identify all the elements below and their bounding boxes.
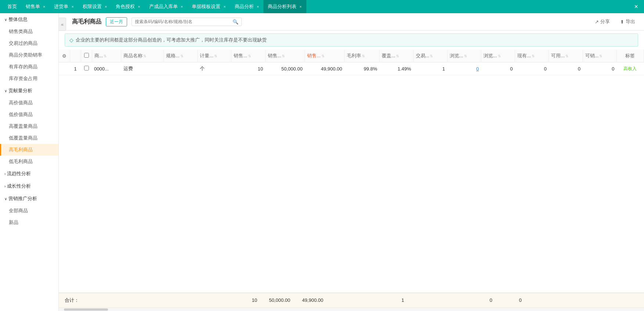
content-header: 高毛利商品 近一月 🔍 ↗ 分享 ⬆ 导出 — [59, 13, 644, 30]
nav-item-production[interactable]: 产成品入库单 × — [145, 0, 187, 13]
cell-browse1[interactable]: 0 — [447, 62, 481, 75]
sidebar-section-marketing[interactable]: ∨ 营销推广分析 — [0, 192, 58, 205]
sort-icon-stock2: ⇅ — [565, 54, 568, 58]
sort-icon-stock3: ⇅ — [599, 54, 602, 58]
cell-check — [81, 62, 92, 75]
nav-item-template[interactable]: 单据模板设置 × — [187, 0, 230, 13]
nav-label-permissions: 权限设置 — [83, 3, 102, 10]
share-button[interactable]: ↗ 分享 — [592, 17, 613, 26]
footer-stock2: 0 — [494, 297, 524, 303]
nav-label-production: 产成品入库单 — [149, 3, 178, 10]
search-box: 🔍 — [132, 18, 242, 26]
content-area: « 高毛利商品 近一月 🔍 ↗ 分享 ⬆ 导出 ◇ 企业的主要的利润都是这部分商… — [59, 13, 644, 311]
sort-icon-cover: ⇅ — [396, 54, 399, 58]
sidebar-item-low-value[interactable]: 低价值商品 — [0, 109, 58, 120]
sidebar-section-overall[interactable]: ∨ 整体信息 — [0, 13, 58, 26]
col-header-gross-rate[interactable]: 毛利率 ⇅ — [344, 50, 379, 62]
chevron-growth: › — [4, 184, 6, 188]
col-header-browse2[interactable]: 浏览... ⇅ — [481, 50, 515, 62]
scroll-thumb[interactable] — [64, 308, 108, 311]
sort-icon-spec: ⇅ — [180, 54, 183, 58]
nav-close-purchase[interactable]: × — [71, 4, 73, 9]
sidebar-item-all-goods[interactable]: 全部商品 — [0, 205, 58, 217]
col-header-sales-amt[interactable]: 销售... ⇅ — [265, 50, 305, 62]
sort-icon-sales-num: ⇅ — [248, 54, 251, 58]
sort-icon-unit: ⇅ — [214, 54, 217, 58]
nav-close-template[interactable]: × — [223, 4, 226, 9]
footer-sales-amt: 50,000.00 — [259, 297, 292, 303]
nav-item-home[interactable]: 首页 — [3, 0, 21, 13]
nav-label-purchase: 进货单 — [54, 3, 68, 10]
cell-stock1: 0 — [515, 62, 549, 75]
sort-icon-stock1: ⇅ — [532, 54, 535, 58]
share-label: 分享 — [600, 18, 610, 25]
sidebar-section-marketing-label: 营销推广分析 — [8, 195, 37, 202]
sidebar-item-sales-goods[interactable]: 销售类商品 — [0, 26, 58, 37]
search-icon[interactable]: 🔍 — [233, 19, 238, 25]
table-row: 1 0000... 运费 个 10 50,000.00 49,900.00 99… — [59, 62, 644, 75]
nav-close-roles[interactable]: × — [138, 4, 140, 9]
date-filter-button[interactable]: 近一月 — [106, 17, 127, 26]
nav-close-all-button[interactable]: × — [631, 3, 641, 11]
cell-unit: 个 — [198, 62, 231, 75]
col-header-unit[interactable]: 计量... ⇅ — [198, 50, 231, 62]
sidebar-item-high-margin[interactable]: 高毛利商品 — [0, 144, 58, 156]
sidebar-collapse-button[interactable]: « — [59, 18, 66, 31]
sidebar-section-trend[interactable]: › 流趋性分析 — [0, 167, 58, 180]
sort-icon-name: ⇅ — [143, 54, 146, 58]
sidebar-item-high-coverage[interactable]: 高覆盖量商品 — [0, 120, 58, 132]
col-header-code[interactable]: 商... ⇅ — [92, 50, 121, 62]
sidebar-section-contribution[interactable]: ∨ 贡献量分析 — [0, 84, 58, 97]
sidebar-item-new-goods[interactable]: 新品 — [0, 217, 58, 228]
data-table-wrapper: ⚙ 商... ⇅ — [59, 50, 644, 293]
nav-item-roles[interactable]: 角色授权 × — [111, 0, 144, 13]
col-header-stock2[interactable]: 可用... ⇅ — [549, 50, 583, 62]
nav-item-analysis-list[interactable]: 商品分析列表 × — [263, 0, 306, 13]
col-header-stock3[interactable]: 可销... ⇅ — [583, 50, 616, 62]
cell-sales-amt: 50,000.00 — [265, 62, 305, 75]
sidebar-item-stock-capital[interactable]: 库存资金占用 — [0, 73, 58, 84]
sort-icon-sales-amt: ⇅ — [282, 54, 285, 58]
col-header-sales-num[interactable]: 销售... ⇅ — [231, 50, 265, 62]
nav-close-permissions[interactable]: × — [105, 4, 107, 9]
cell-stock3: 0 — [583, 62, 616, 75]
search-input[interactable] — [135, 19, 230, 24]
col-header-browse1[interactable]: 浏览... ⇅ — [447, 50, 481, 62]
sidebar-item-stocked-goods[interactable]: 有库存的商品 — [0, 61, 58, 73]
nav-item-permissions[interactable]: 权限设置 × — [78, 0, 111, 13]
sidebar-item-low-coverage[interactable]: 低覆盖量商品 — [0, 132, 58, 144]
col-header-settings[interactable]: ⚙ — [59, 50, 70, 62]
horizontal-scrollbar[interactable] — [59, 307, 644, 311]
col-header-name[interactable]: 商品名称 ⇅ — [121, 50, 164, 62]
export-label: 导出 — [626, 18, 635, 25]
col-header-trade[interactable]: 交易... ⇅ — [413, 50, 447, 62]
sidebar-item-low-margin[interactable]: 低毛利商品 — [0, 156, 58, 167]
export-button[interactable]: ⬆ 导出 — [617, 17, 638, 26]
select-all-checkbox[interactable] — [84, 53, 89, 58]
cell-profit-amt: 49,900.00 — [305, 62, 345, 75]
nav-close-sales[interactable]: × — [43, 4, 45, 9]
nav-item-purchase[interactable]: 进货单 × — [50, 0, 78, 13]
sort-icon-browse1: ⇅ — [464, 54, 467, 58]
col-header-cover[interactable]: 覆盖... ⇅ — [379, 50, 413, 62]
cell-browse2: 0 — [481, 62, 515, 75]
row-checkbox[interactable] — [84, 66, 89, 70]
sidebar-item-traded-goods[interactable]: 交易过的商品 — [0, 37, 58, 49]
sidebar-section-growth[interactable]: › 成长性分析 — [0, 180, 58, 192]
nav-close-analysis[interactable]: × — [257, 4, 259, 9]
nav-item-analysis[interactable]: 商品分析 × — [230, 0, 263, 13]
footer-label: 合计： — [65, 297, 109, 304]
nav-close-analysis-list[interactable]: × — [299, 4, 302, 9]
col-header-spec[interactable]: 规格... ⇅ — [163, 50, 197, 62]
cell-cover: 1.49% — [379, 62, 413, 75]
col-header-profit-amt[interactable]: 销售... ⇅ — [305, 50, 345, 62]
cell-stock2: 0 — [549, 62, 583, 75]
sidebar-section-contribution-label: 贡献量分析 — [8, 87, 32, 94]
nav-close-production[interactable]: × — [181, 4, 183, 9]
footer-bar: 合计： 10 50,000.00 49,900.00 1 0 0 — [59, 293, 644, 307]
nav-item-sales[interactable]: 销售单 × — [21, 0, 50, 13]
sidebar-item-high-value[interactable]: 高价值商品 — [0, 97, 58, 109]
col-header-stock1[interactable]: 现有... ⇅ — [515, 50, 549, 62]
top-nav: 首页 销售单 × 进货单 × 权限设置 × 角色授权 × 产成品入库单 × 单据… — [0, 0, 644, 13]
sidebar-item-category-assist[interactable]: 商品分类助销率 — [0, 49, 58, 61]
